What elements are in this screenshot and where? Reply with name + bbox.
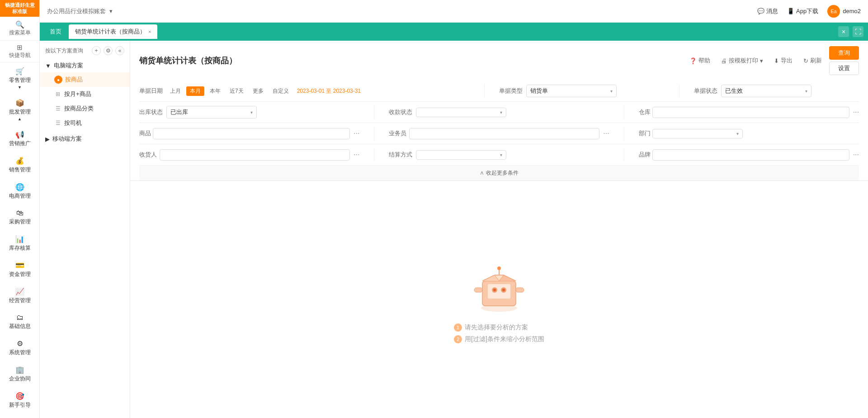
- scheme-settings-btn[interactable]: ⚙: [104, 46, 113, 55]
- empty-illustration: [470, 256, 528, 316]
- chevron-down-icon: ▼: [45, 62, 51, 69]
- dept-chevron: ▾: [736, 131, 739, 136]
- warehouse-dots[interactable]: ···: [853, 108, 859, 116]
- sidebar-search[interactable]: 🔍 搜索菜单: [0, 17, 39, 41]
- top-header-actions: 💬 消息 📱 App下载 Ea demo2: [757, 5, 861, 18]
- filter-out-status: 出库状态 已出库 ▾: [139, 106, 359, 119]
- doc-type-select[interactable]: 销货单 ▾: [526, 85, 617, 97]
- collect-status-control: ▾: [416, 108, 609, 117]
- sidebar-item-retail[interactable]: 🛒 零售管理 ▼: [0, 62, 39, 94]
- sidebar-quick-nav[interactable]: ⊞ 快捷导航: [0, 41, 39, 62]
- scheme-group-mobile-header[interactable]: ▶ 移动端方案: [40, 132, 130, 146]
- salesperson-input[interactable]: [409, 128, 599, 139]
- out-status-select[interactable]: 已出库 ▾: [166, 106, 257, 119]
- template-print-btn[interactable]: 🖨 按模板打印 ▾: [717, 55, 767, 66]
- scheme-group-mobile: ▶ 移动端方案: [40, 132, 130, 146]
- brand-input[interactable]: [652, 149, 849, 161]
- sidebar-item-inventory[interactable]: 📊 库存核算: [0, 230, 39, 256]
- sidebar-item-wholesale[interactable]: 📦 批发管理 ▲: [0, 94, 39, 126]
- scheme-panel-icons: + ⚙ «: [92, 46, 124, 55]
- hint-num-1: 1: [454, 323, 462, 332]
- filter-payment: 结算方式 ▾: [389, 150, 609, 160]
- date-this-year[interactable]: 本年: [206, 86, 224, 96]
- goods-input[interactable]: [153, 128, 350, 139]
- sidebar-item-ops[interactable]: 📈 经营管理: [0, 283, 39, 309]
- date-last-month[interactable]: 上月: [166, 86, 184, 96]
- filter-date: 单据日期 上月 本月 本年 近7天 更多 自定义 2023-03-01 至 20…: [139, 86, 470, 96]
- dept-label: 部门: [639, 129, 652, 138]
- scheme-item-by-goods[interactable]: ● 按商品: [40, 72, 130, 87]
- filter-goods: 商品 ···: [139, 128, 359, 139]
- payment-control: ▾: [416, 150, 609, 160]
- tab-sales-report[interactable]: 销货单统计计表（按商品） ×: [69, 24, 157, 39]
- brand-dots[interactable]: ···: [853, 151, 859, 159]
- sidebar-item-base[interactable]: 🗂 基础信息: [0, 309, 39, 335]
- base-icon: 🗂: [16, 314, 24, 322]
- sidebar-item-ecom[interactable]: 🌐 电商管理: [0, 178, 39, 204]
- salesperson-label: 业务员: [389, 129, 409, 138]
- retail-icon: 🛒: [15, 67, 24, 76]
- collapse-btn[interactable]: ∧ 收起更多条件: [139, 165, 859, 180]
- sidebar-item-finance[interactable]: 💳 资金管理: [0, 256, 39, 283]
- scheme-active-dot: ●: [54, 76, 62, 84]
- scheme-add-btn[interactable]: +: [92, 46, 101, 55]
- divider-8: [624, 148, 624, 162]
- scheme-item-by-driver[interactable]: ☰ 按司机: [40, 116, 130, 130]
- newbie-icon: 🎯: [15, 392, 24, 400]
- filter-collect-status: 收款状态 ▾: [389, 108, 609, 117]
- scheme-collapse-btn[interactable]: «: [115, 46, 124, 55]
- dropdown-icon[interactable]: ▾: [109, 8, 113, 14]
- receiver-input[interactable]: [160, 149, 350, 161]
- date-last7[interactable]: 近7天: [226, 86, 247, 96]
- date-this-month[interactable]: 本月: [186, 86, 204, 96]
- export-btn[interactable]: ⬇ 导出: [770, 55, 796, 66]
- purchase-icon: 🛍: [16, 209, 24, 217]
- sidebar-item-system[interactable]: ⚙ 系统管理: [0, 335, 39, 361]
- tab-home[interactable]: 首页: [43, 24, 68, 39]
- sidebar-item-sales[interactable]: 💰 销售管理: [0, 152, 39, 178]
- scheme-item-by-category[interactable]: ☰ 按商品分类: [40, 101, 130, 116]
- filter-doc-type: 单据类型 销货单 ▾: [499, 85, 665, 97]
- message-btn[interactable]: 💬 消息: [757, 7, 778, 15]
- tab-close-btn[interactable]: ×: [148, 29, 151, 34]
- sidebar-item-marketing[interactable]: 📢 营销推广: [0, 126, 39, 152]
- tab-minimize-btn[interactable]: ×: [838, 26, 849, 37]
- filter-dept: 部门 ▾: [639, 129, 859, 138]
- top-header: 办公用品行业模拟账套 ▾ 💬 消息 📱 App下载 Ea demo2: [40, 0, 868, 23]
- tab-maximize-btn[interactable]: ⛶: [853, 26, 863, 37]
- doc-status-select[interactable]: 已生效 ▾: [721, 85, 811, 97]
- empty-text: 1 请先选择要分析的方案 2 用[过滤]条件来缩小分析范围: [454, 323, 544, 343]
- payment-select[interactable]: ▾: [416, 150, 506, 160]
- page-title: 销货单统计计表（按商品）: [139, 55, 237, 66]
- salesperson-dots[interactable]: ···: [603, 129, 609, 138]
- scheme-icon-driver: ☰: [54, 120, 61, 126]
- date-custom[interactable]: 自定义: [269, 86, 292, 96]
- help-btn[interactable]: ❓ 帮助: [686, 55, 714, 66]
- settings-btn[interactable]: 设置: [829, 62, 859, 75]
- filter-row-4: 收货人 ··· 结算方式 ▾: [139, 144, 859, 165]
- app-download-btn[interactable]: 📱 App下载: [787, 7, 818, 15]
- dept-select[interactable]: ▾: [652, 129, 743, 138]
- receiver-dots[interactable]: ···: [354, 151, 359, 159]
- query-settings-group: 查询 设置: [829, 46, 859, 75]
- divider-7: [374, 148, 374, 162]
- goods-dots[interactable]: ···: [354, 129, 359, 138]
- sidebar-item-purchase[interactable]: 🛍 采购管理: [0, 204, 39, 230]
- scheme-item-by-month-goods[interactable]: ⊞ 按月+商品: [40, 87, 130, 101]
- query-btn[interactable]: 查询: [829, 46, 859, 60]
- dept-control: ▾: [652, 129, 859, 138]
- date-more[interactable]: 更多: [249, 86, 267, 96]
- refresh-btn[interactable]: ↻ 刷新: [800, 55, 826, 66]
- date-label: 单据日期: [139, 87, 166, 95]
- sidebar-item-apps[interactable]: 📱 应用中心: [0, 413, 39, 418]
- ops-icon: 📈: [15, 287, 24, 296]
- warehouse-input[interactable]: [652, 107, 849, 118]
- sidebar-item-newbie[interactable]: 🎯 新手引导: [0, 387, 39, 413]
- sidebar-item-enterprise[interactable]: 🏢 企业协同: [0, 361, 39, 387]
- scheme-group-desktop-header[interactable]: ▼ 电脑端方案: [40, 59, 130, 72]
- main-panel: 销货单统计计表（按商品） ❓ 帮助 🖨 按模板打印 ▾ ⬇: [130, 41, 868, 418]
- industry-label: 办公用品行业模拟账套 ▾: [47, 7, 113, 15]
- collect-status-select[interactable]: ▾: [416, 108, 506, 117]
- user-menu[interactable]: Ea demo2: [827, 5, 861, 18]
- out-status-label: 出库状态: [139, 108, 166, 116]
